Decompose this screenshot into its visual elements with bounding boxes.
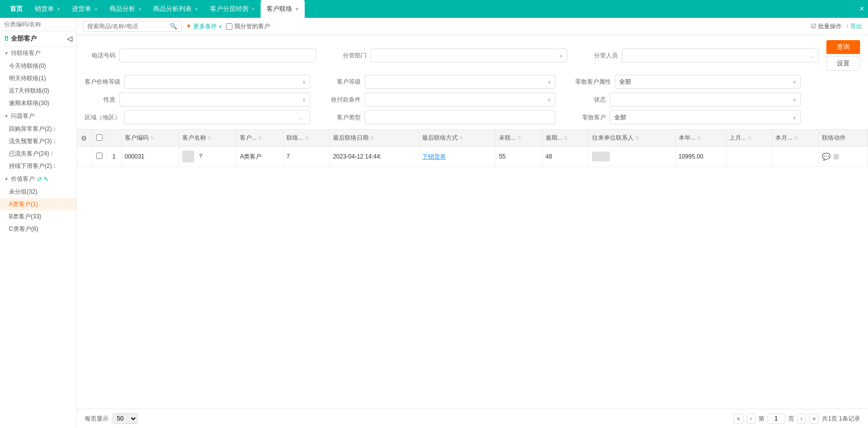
row-code: 000031 xyxy=(121,147,179,167)
nav-sales-close[interactable]: × xyxy=(57,6,60,12)
select-all-checkbox[interactable] xyxy=(96,134,103,141)
main-layout: 🔍 ⠿ 全部客户 ◁ ▼ 待联络客户 今天待联络(0) 明天待联络(1) 近7天… xyxy=(0,18,868,428)
row-name: ？ xyxy=(179,147,236,167)
row-last-type: 下销货单 xyxy=(419,147,495,167)
th-code[interactable]: 客户编码⇅ xyxy=(121,130,179,147)
filter-region: 区域（地区） … xyxy=(85,110,310,124)
th-type[interactable]: 客户...⇅ xyxy=(237,130,283,147)
nav-customer-contact-close[interactable]: × xyxy=(295,6,298,12)
region-select[interactable]: … xyxy=(124,110,310,124)
nav-customer-tier-close[interactable]: × xyxy=(252,6,255,12)
page-label: 第 xyxy=(759,415,764,423)
nav-product-analysis[interactable]: 商品分析 × xyxy=(104,0,147,18)
sidebar-section-pending[interactable]: ▼ 待联络客户 xyxy=(0,47,76,60)
th-last-date[interactable]: 最后联络日期⇅ xyxy=(330,130,419,147)
nav-customer-contact[interactable]: 客户联络 × xyxy=(261,0,304,18)
sidebar-item-churned[interactable]: 已流失客户(24) ℹ xyxy=(0,148,76,160)
sidebar-section-value[interactable]: ▼ 价值客户 ↺ ✎ xyxy=(0,172,76,186)
nav-sales[interactable]: 销货单 × xyxy=(29,0,66,18)
bulk-op-btn[interactable]: ☑ 批量操作 xyxy=(811,22,842,31)
status-arrow: ∨ xyxy=(793,97,796,103)
value-edit-icon[interactable]: ✎ xyxy=(44,176,49,183)
price-grade-select[interactable]: ∨ xyxy=(124,75,310,89)
sidebar-collapse-icon[interactable]: ◁ xyxy=(67,35,72,43)
last-page-btn[interactable]: » xyxy=(809,414,819,424)
sidebar-item-tomorrow[interactable]: 明天待联络(1) xyxy=(0,72,76,85)
sidebar-item-churn-warning[interactable]: 流失预警客户(3) ℹ xyxy=(0,135,76,148)
nav-customer-tier[interactable]: 客户分层经营 × xyxy=(204,0,261,18)
th-overdue[interactable]: 逾期...⇅ xyxy=(542,130,589,147)
sidebar-item-declining[interactable]: 持续下滑客户(2) ℹ xyxy=(0,160,76,172)
uncontact-sort: ⇅ xyxy=(517,135,521,141)
th-last-type[interactable]: 最后联络方式⇅ xyxy=(419,130,495,147)
first-page-btn[interactable]: « xyxy=(733,414,744,424)
setting-button[interactable]: 设置 xyxy=(826,56,860,71)
customer-type-select[interactable] xyxy=(365,110,555,124)
type-sort: ⇅ xyxy=(258,135,262,141)
nav-home[interactable]: 首页 xyxy=(4,0,29,18)
person-select[interactable]: … xyxy=(622,49,818,62)
customer-grade-label: 客户等级 xyxy=(330,78,365,86)
prev-page-btn[interactable]: ‹ xyxy=(747,414,756,424)
dept-select[interactable]: ∨ xyxy=(371,49,567,62)
row-select-checkbox[interactable] xyxy=(96,153,103,159)
customer-grade-select[interactable]: ∨ xyxy=(365,75,555,89)
sidebar-item-class-b[interactable]: B类客户(33) xyxy=(0,211,76,223)
toolbar-search-icon[interactable]: 🔍 xyxy=(170,23,177,30)
nav-product-analysis-close[interactable]: × xyxy=(138,6,141,12)
nav-purchase-close[interactable]: × xyxy=(94,6,97,12)
qr-action-icon[interactable]: ⊞ xyxy=(833,153,839,160)
overdue-sort: ⇅ xyxy=(564,135,568,141)
app-close[interactable]: × xyxy=(860,4,864,13)
page-size-select[interactable]: 50 100 200 xyxy=(112,413,138,424)
my-customer-check[interactable] xyxy=(226,23,232,30)
th-name[interactable]: 客户名称⇅ xyxy=(179,130,236,147)
sidebar-item-class-a[interactable]: A类客户(1) xyxy=(0,198,76,211)
sidebar-search-row: 🔍 xyxy=(0,18,76,31)
customer-grade-arrow: ∨ xyxy=(547,79,551,85)
sidebar-search-input[interactable] xyxy=(4,21,77,28)
status-select[interactable]: ∨ xyxy=(610,93,801,107)
nature-select[interactable]: ∨ xyxy=(119,93,310,107)
sidebar-all-customers[interactable]: ⠿ 全部客户 ◁ xyxy=(0,31,76,47)
payment-select[interactable]: ∨ xyxy=(365,93,555,107)
th-uncontact[interactable]: 未联...⇅ xyxy=(496,130,542,147)
th-this-year[interactable]: 本年...⇅ xyxy=(675,130,726,147)
export-btn[interactable]: ↑ 导出 xyxy=(846,22,862,31)
contact-sort: ⇅ xyxy=(305,135,309,141)
code-sort: ⇅ xyxy=(150,135,154,141)
sidebar-item-today[interactable]: 今天待联络(0) xyxy=(0,60,76,72)
sidebar-item-class-c[interactable]: C类客户(6) xyxy=(0,223,76,235)
th-company-contact[interactable]: 往来单位联系人⇅ xyxy=(589,130,675,147)
retail-customer-select[interactable]: 全部 ∨ xyxy=(610,110,801,124)
name-sort: ⇅ xyxy=(208,135,212,141)
th-last-month[interactable]: 上月...⇅ xyxy=(726,130,772,147)
th-this-month[interactable]: 本月...⇅ xyxy=(772,130,819,147)
row-checkbox xyxy=(92,147,107,167)
th-contact-times[interactable]: 联络...⇅ xyxy=(283,130,330,147)
query-button[interactable]: 查询 xyxy=(826,40,860,54)
next-page-btn[interactable]: › xyxy=(797,414,806,424)
phone-input[interactable] xyxy=(119,49,316,62)
toolbar-search-input[interactable] xyxy=(87,23,170,30)
page-input[interactable] xyxy=(767,414,785,424)
table-row: 1 000031 ？ A类客户 7 2023-04-12 14:44: 下销货单… xyxy=(77,147,868,167)
nav-product-analysis-list[interactable]: 商品分析列表 × xyxy=(147,0,204,18)
more-filter-btn[interactable]: ▼ 更多条件 ∨ xyxy=(186,22,222,31)
customer-type-label: 客户类型 xyxy=(330,113,365,122)
nav-purchase[interactable]: 进货单 × xyxy=(66,0,103,18)
chat-action-icon[interactable]: 💬 xyxy=(822,153,830,160)
phone-label: 电话号码 xyxy=(85,52,119,60)
sidebar-item-overdue[interactable]: 逾期未联络(30) xyxy=(0,97,76,109)
last-contact-link[interactable]: 下销货单 xyxy=(422,153,446,160)
sidebar-item-repurchase-anomaly[interactable]: 回购异常客户(2) ℹ xyxy=(0,123,76,135)
sidebar-item-7days[interactable]: 近7天待联络(0) xyxy=(0,85,76,97)
last-type-sort: ⇅ xyxy=(459,135,463,141)
nav-product-analysis-list-close[interactable]: × xyxy=(195,6,198,12)
retail-attr-select[interactable]: 全部 ∨ xyxy=(615,75,801,89)
my-customer-checkbox[interactable]: 我分管的客户 xyxy=(226,22,270,31)
sidebar-section-problem[interactable]: ▼ 问题客户 xyxy=(0,109,76,123)
sidebar-item-unclassified[interactable]: 未分组(32) xyxy=(0,186,76,198)
table-gear-icon[interactable]: ⚙ xyxy=(81,134,87,142)
value-refresh-icon[interactable]: ↺ xyxy=(37,176,42,183)
